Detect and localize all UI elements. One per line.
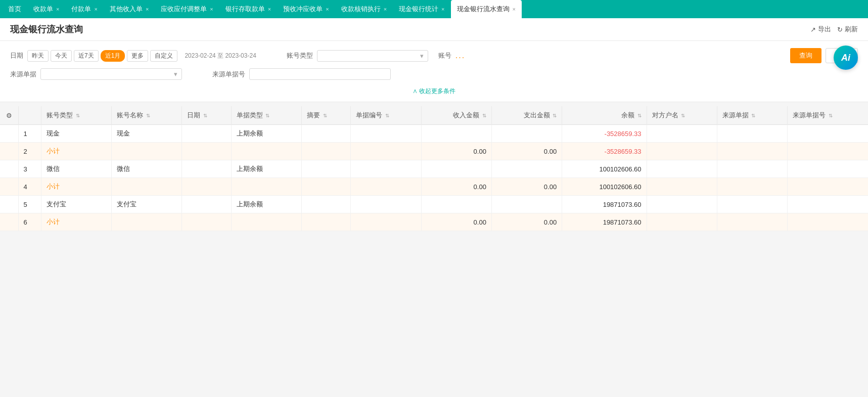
cell-date [182, 125, 231, 143]
cell-expense: 0.00 [491, 178, 562, 196]
cell-income: 0.00 [421, 178, 491, 196]
th-account-type[interactable]: 账号类型 ⇅ [41, 106, 111, 125]
cell-summary [302, 213, 351, 231]
collapse-bar[interactable]: ∧ 收起更多条件 [10, 85, 858, 97]
th-source-doc[interactable]: 来源单据 ⇅ [717, 106, 787, 125]
cell-expense: 0.00 [491, 143, 562, 160]
th-doc-type[interactable]: 单据类型 ⇅ [231, 106, 301, 125]
th-date[interactable]: 日期 ⇅ [182, 106, 231, 125]
cell-doc-no [351, 160, 421, 178]
cell-income: 0.00 [421, 213, 491, 231]
cell-account-type: 小计 [41, 178, 111, 196]
sort-source-doc-icon: ⇅ [751, 113, 755, 118]
th-counterpart[interactable]: 对方户名 ⇅ [647, 106, 717, 125]
filter-area: 日期 昨天 今天 近7天 近1月 更多 自定义 2023-02-24 至 202… [0, 41, 868, 102]
cell-counterpart [647, 143, 717, 160]
ai-assistant-button[interactable]: Ai [834, 46, 858, 70]
cell-counterpart [647, 125, 717, 143]
nav-bank-deposit[interactable]: 银行存取款单 × [219, 0, 277, 18]
account-dots-button[interactable]: ... [455, 51, 465, 60]
date-btn-today[interactable]: 今天 [51, 50, 72, 62]
cell-summary [302, 143, 351, 160]
sort-account-name-icon: ⇅ [146, 113, 150, 118]
cell-summary [302, 196, 351, 213]
cell-summary [302, 178, 351, 196]
source-doc-no-input[interactable] [249, 68, 391, 80]
nav-home[interactable]: 首页 [2, 0, 27, 18]
source-doc-select[interactable]: ▾ [40, 68, 182, 80]
nav-bank-stats[interactable]: 现金银行统计 × [393, 0, 450, 18]
cell-source-doc-no [788, 143, 868, 160]
account-type-select[interactable]: ▾ [317, 50, 428, 62]
cell-source-doc [717, 213, 787, 231]
close-payments-icon[interactable]: × [94, 6, 97, 12]
gear-icon[interactable]: ⚙ [6, 112, 12, 119]
cell-gear [0, 213, 18, 231]
close-receipts-icon[interactable]: × [56, 6, 59, 12]
nav-payments[interactable]: 付款单 × [65, 0, 103, 18]
close-receivable-adjust-icon[interactable]: × [210, 6, 213, 12]
export-button[interactable]: ↗ 导出 [810, 25, 831, 34]
cell-income [421, 196, 491, 213]
cell-income [421, 160, 491, 178]
cell-source-doc-no [788, 178, 868, 196]
date-btn-1month[interactable]: 近1月 [101, 50, 125, 62]
close-collection-verify-icon[interactable]: × [384, 6, 387, 12]
query-button[interactable]: 查询 [790, 48, 821, 63]
nav-collection-verify[interactable]: 收款核销执行 × [335, 0, 393, 18]
table-row: 5 支付宝 支付宝 上期余额 19871073.60 [0, 196, 868, 213]
close-advance-offset-icon[interactable]: × [326, 6, 329, 12]
chevron-down-icon: ▾ [420, 52, 424, 60]
account-filter-group: 账号 ... [438, 51, 465, 60]
nav-receipts[interactable]: 收款单 × [27, 0, 65, 18]
source-doc-no-filter-group: 来源单据号 [212, 68, 391, 80]
date-btn-more[interactable]: 更多 [127, 50, 148, 62]
nav-advance-offset[interactable]: 预收冲应收单 × [277, 0, 335, 18]
sort-expense-icon: ⇅ [553, 113, 557, 118]
cell-counterpart [647, 178, 717, 196]
th-summary[interactable]: 摘要 ⇅ [302, 106, 351, 125]
cell-account-name [112, 143, 182, 160]
th-gear[interactable]: ⚙ [0, 106, 18, 125]
cell-doc-type [231, 143, 301, 160]
th-doc-no[interactable]: 单据编号 ⇅ [351, 106, 421, 125]
cell-expense [491, 160, 562, 178]
date-btn-custom[interactable]: 自定义 [150, 50, 177, 62]
cell-balance: 100102606.60 [562, 160, 647, 178]
cell-balance: 19871073.60 [562, 196, 647, 213]
nav-bank-flow[interactable]: 现金银行流水查询 × [451, 0, 522, 18]
account-label: 账号 [438, 51, 451, 60]
date-buttons: 昨天 今天 近7天 近1月 更多 自定义 [27, 50, 177, 62]
cell-doc-no [351, 196, 421, 213]
date-btn-7days[interactable]: 近7天 [74, 50, 99, 62]
sort-account-type-icon: ⇅ [76, 113, 80, 118]
account-type-label: 账号类型 [287, 51, 313, 60]
cell-doc-no [351, 213, 421, 231]
th-source-doc-no[interactable]: 来源单据号 ⇅ [788, 106, 868, 125]
cell-idx: 3 [18, 160, 41, 178]
nav-other-income[interactable]: 其他收入单 × [104, 0, 155, 18]
cell-date [182, 143, 231, 160]
th-income[interactable]: 收入金额 ⇅ [421, 106, 491, 125]
date-btn-yesterday[interactable]: 昨天 [27, 50, 49, 62]
th-idx [18, 106, 41, 125]
table-row: 3 微信 微信 上期余额 100102606.60 [0, 160, 868, 178]
th-account-name[interactable]: 账号名称 ⇅ [112, 106, 182, 125]
th-expense[interactable]: 支出金额 ⇅ [491, 106, 562, 125]
top-nav: 首页 收款单 × 付款单 × 其他收入单 × 应收应付调整单 × 银行存取款单 … [0, 0, 868, 18]
table-row: 4 小计 0.00 0.00 100102606.60 [0, 178, 868, 196]
close-other-income-icon[interactable]: × [146, 6, 149, 12]
nav-receivable-adjust[interactable]: 应收应付调整单 × [155, 0, 219, 18]
cell-doc-type: 上期余额 [231, 196, 301, 213]
refresh-button[interactable]: ↻ 刷新 [837, 25, 858, 34]
cell-counterpart [647, 160, 717, 178]
th-balance[interactable]: 余额 ⇅ [562, 106, 647, 125]
sort-counterpart-icon: ⇅ [681, 113, 685, 118]
close-bank-stats-icon[interactable]: × [441, 6, 444, 12]
close-bank-flow-icon[interactable]: × [513, 6, 516, 12]
close-bank-deposit-icon[interactable]: × [268, 6, 271, 12]
date-range-text: 2023-02-24 至 2023-03-24 [185, 52, 256, 60]
cell-expense: 0.00 [491, 213, 562, 231]
table-row: 1 现金 现金 上期余额 -3528659.33 [0, 125, 868, 143]
chevron-down-icon-2: ▾ [174, 70, 177, 78]
